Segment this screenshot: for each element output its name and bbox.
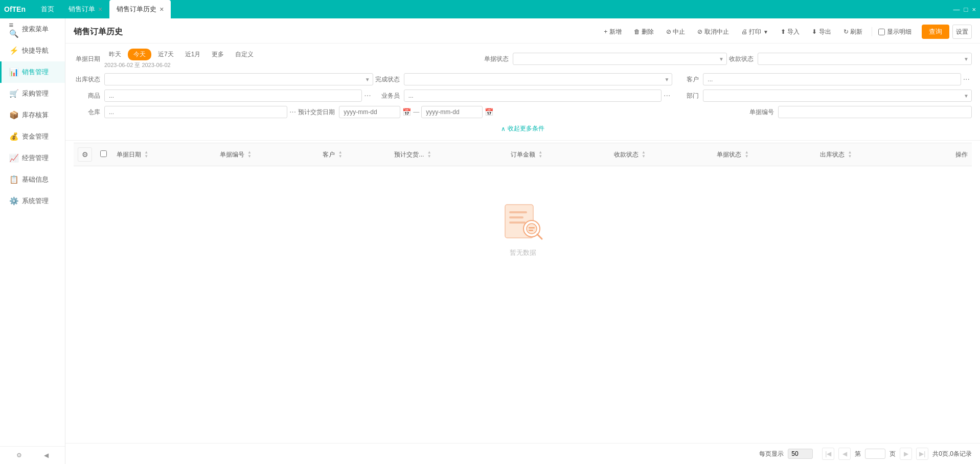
sidebar-item-sales-mgmt[interactable]: 📊 销售管理 [0, 61, 65, 83]
stop-button[interactable]: ⊘ 中止 [663, 26, 688, 38]
sort-doc-date-icon: ▲▼ [144, 150, 148, 159]
th-customer[interactable]: 客户 ▲▼ [318, 143, 390, 166]
basic-info-icon: 📋 [10, 175, 18, 184]
page-number-input[interactable]: 1 [865, 449, 885, 459]
show-detail-checkbox[interactable] [878, 29, 885, 35]
date-range-wrapper: 昨天 今天 近7天 近1月 更多 自定义 2023-06-02 至 2023-0… [104, 49, 258, 69]
sidebar-item-finance[interactable]: 💰 资金管理 [0, 126, 65, 147]
sidebar-item-system-mgmt[interactable]: ⚙️ 系统管理 [0, 190, 65, 212]
date-to-input[interactable] [421, 106, 483, 118]
th-expected-delivery[interactable]: 预计交货... ▲▼ [390, 143, 507, 166]
tab-sales-order-history[interactable]: 销售订单历史 × [109, 0, 171, 18]
customer-browse-icon[interactable]: ··· [961, 75, 972, 84]
salesperson-input[interactable] [404, 90, 662, 102]
import-button[interactable]: ⬆ 导入 [778, 26, 803, 38]
sidebar-item-purchase-mgmt[interactable]: 🛒 采购管理 [0, 83, 65, 104]
sales-mgmt-icon: 📊 [10, 68, 18, 76]
doc-status-select-wrapper: ▼ [513, 53, 727, 65]
window-min-button[interactable]: — [953, 6, 960, 13]
th-operation: 操作 [919, 143, 972, 166]
date-7days[interactable]: 近7天 [153, 49, 178, 60]
last-page-button[interactable]: ▶| [916, 448, 928, 460]
svg-point-5 [527, 224, 537, 234]
print-dropdown-icon[interactable]: ▼ [763, 29, 768, 35]
cancel-stop-button[interactable]: ⊘ 取消中止 [694, 26, 732, 38]
th-doc-number[interactable]: 单据编号 ▲▼ [216, 143, 319, 166]
show-detail-toggle[interactable]: 显示明细 [878, 28, 911, 36]
sidebar-item-quick-nav[interactable]: ⚡ 快捷导航 [0, 40, 65, 61]
completion-status-label: 完成状态 [373, 75, 404, 84]
th-order-amount[interactable]: 订单金额 ▲▼ [507, 143, 610, 166]
sidebar-item-inventory[interactable]: 📦 库存核算 [0, 104, 65, 126]
filter-delivery-status: 出库状态 ▼ [74, 73, 373, 85]
date-yesterday[interactable]: 昨天 [104, 49, 126, 60]
tab-sales-order-history-close[interactable]: × [159, 6, 164, 13]
doc-status-select[interactable] [513, 53, 727, 65]
export-button[interactable]: ⬇ 导出 [809, 26, 834, 38]
payment-status-select[interactable] [758, 53, 972, 65]
select-all-checkbox[interactable] [100, 150, 107, 157]
page-size-select[interactable]: 10 20 50 100 [788, 449, 813, 459]
window-max-button[interactable]: □ [964, 6, 968, 13]
settings-button[interactable]: 设置 [952, 25, 972, 39]
date-from-calendar-icon[interactable]: 📅 [402, 108, 411, 116]
warehouse-input[interactable] [104, 106, 287, 118]
th-doc-date[interactable]: 单据日期 ▲▼ [112, 143, 216, 166]
date-1month[interactable]: 近1月 [180, 49, 206, 60]
completion-status-select[interactable] [404, 73, 673, 85]
filter-row-3: 商品 ··· 业务员 ··· 部门 [74, 90, 972, 102]
product-browse-icon[interactable]: ··· [362, 91, 373, 100]
th-delivery-status[interactable]: 出库状态 ▲▼ [816, 143, 919, 166]
date-today[interactable]: 今天 [128, 49, 151, 60]
sidebar-item-operations[interactable]: 📈 经营管理 [0, 147, 65, 169]
no-data-illustration: 暂无数据 [74, 166, 972, 278]
th-checkbox[interactable] [96, 143, 112, 166]
date-to-calendar-icon[interactable]: 📅 [485, 108, 493, 116]
th-payment-status[interactable]: 收款状态 ▲▼ [610, 143, 713, 166]
date-custom[interactable]: 自定义 [231, 49, 258, 60]
doc-number-input[interactable] [778, 106, 972, 118]
print-button[interactable]: 🖨 打印 ▼ [738, 26, 771, 38]
doc-number-label: 单据编号 [747, 108, 778, 117]
operations-icon: 📈 [10, 154, 18, 162]
next-page-button[interactable]: ▶ [900, 448, 912, 460]
collapse-filters-link[interactable]: ∧ 收起更多条件 [74, 122, 972, 135]
completion-status-select-wrapper: ▼ [404, 73, 673, 85]
toolbar: + 新增 🗑 删除 ⊘ 中止 ⊘ 取消中止 🖨 打印 ▼ ⬆ 导入 [601, 25, 972, 39]
table-body: 暂无数据 [74, 166, 972, 278]
filter-date: 单据日期 昨天 今天 近7天 近1月 更多 自定义 2023-06-02 [74, 49, 482, 69]
filter-salesperson: 业务员 ··· [373, 90, 673, 102]
first-page-button[interactable]: |◀ [822, 448, 834, 460]
tab-sales-order-close[interactable]: × [98, 6, 102, 13]
filter-customer: 客户 ··· [672, 73, 972, 85]
delivery-status-select[interactable] [104, 73, 373, 85]
customer-input[interactable] [703, 73, 961, 85]
th-gear[interactable]: ⚙ [74, 143, 96, 166]
sort-doc-number-icon: ▲▼ [247, 150, 252, 159]
sidebar-collapse-icon[interactable]: ◀ [44, 452, 49, 459]
prev-page-button[interactable]: ◀ [838, 448, 851, 460]
table-area: ⚙ 单据日期 ▲▼ 单据编号 ▲▼ [65, 141, 980, 443]
table-settings-button[interactable]: ⚙ [78, 147, 92, 162]
date-more[interactable]: 更多 [207, 49, 229, 60]
tab-sales-order[interactable]: 销售订单 × [61, 0, 109, 18]
th-doc-status[interactable]: 单据状态 ▲▼ [713, 143, 816, 166]
tab-home[interactable]: 首页 [34, 0, 61, 18]
salesperson-browse-icon[interactable]: ··· [662, 91, 672, 100]
total-records-text: 共0页,0条记录 [932, 450, 972, 458]
date-from-input[interactable] [339, 106, 400, 118]
warehouse-browse-icon[interactable]: ··· [287, 107, 298, 117]
sidebar-settings-icon[interactable]: ⚙ [16, 452, 22, 459]
new-button[interactable]: + 新增 [601, 26, 624, 38]
toolbar-divider [872, 27, 872, 36]
delete-button[interactable]: 🗑 删除 [631, 26, 657, 38]
sidebar-bottom: ⚙ ◀ [0, 446, 65, 464]
query-button[interactable]: 查询 [922, 25, 949, 39]
product-input[interactable] [104, 90, 362, 102]
department-select[interactable] [703, 90, 972, 102]
window-close-button[interactable]: × [972, 6, 976, 13]
refresh-button[interactable]: ↻ 刷新 [840, 26, 865, 38]
sidebar-item-basic-info[interactable]: 📋 基础信息 [0, 169, 65, 190]
page-jump-label: 第 [855, 450, 861, 458]
sidebar-item-search-menu[interactable]: ≡🔍 搜索菜单 [0, 18, 65, 40]
